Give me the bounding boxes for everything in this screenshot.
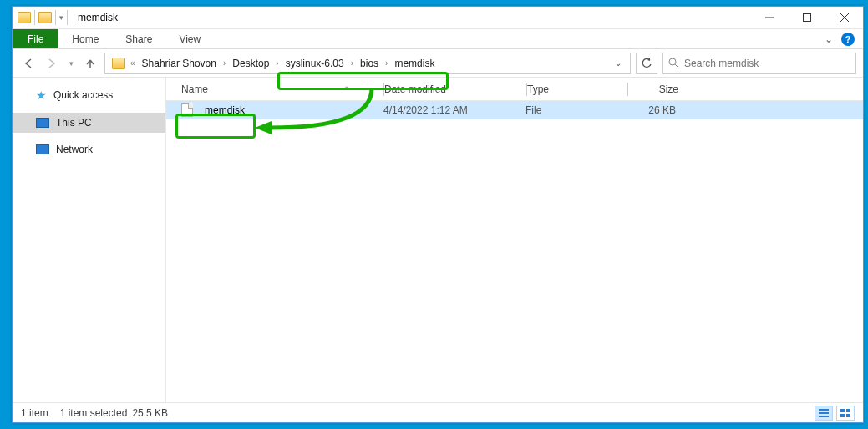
breadcrumb-label: syslinux-6.03 [286, 58, 344, 69]
sidebar-item-label: Network [56, 144, 93, 155]
svg-point-4 [669, 58, 676, 65]
file-name: memdisk [205, 104, 245, 116]
column-header-size[interactable]: Size [628, 83, 703, 95]
chevron-right-icon[interactable]: › [276, 58, 278, 68]
overflow-chevron-icon[interactable]: « [130, 58, 135, 68]
tab-view[interactable]: View [165, 29, 214, 48]
sidebar-item-this-pc[interactable]: This PC [13, 113, 165, 133]
svg-rect-8 [819, 416, 829, 417]
file-list: Name ⌃ Date modified Type Size memdisk 4… [166, 78, 863, 410]
help-button[interactable]: ? [841, 33, 855, 46]
svg-rect-6 [819, 409, 829, 411]
navigation-bar: ▾ « Shahriar Shovon › Desktop › syslinux… [13, 49, 863, 78]
tab-share[interactable]: Share [112, 29, 165, 48]
search-box[interactable] [662, 53, 856, 74]
file-date: 4/14/2022 1:12 AM [383, 104, 525, 116]
refresh-icon [641, 58, 652, 69]
breadcrumb-item[interactable]: memdisk [389, 56, 439, 71]
svg-rect-11 [840, 414, 845, 417]
breadcrumb-item[interactable]: Shahriar Shovon [137, 56, 221, 71]
ribbon-tabs: File Home Share View ⌄ ? [13, 29, 863, 49]
file-explorer-window: ▾ memdisk File Home Share View ⌄ ? [12, 6, 864, 423]
column-headers: Name ⌃ Date modified Type Size [166, 78, 863, 101]
back-button[interactable] [19, 54, 38, 73]
sidebar-item-label: This PC [56, 117, 92, 129]
search-icon [668, 58, 679, 68]
column-header-name[interactable]: Name ⌃ [166, 83, 383, 95]
status-item-count: 1 item [21, 407, 48, 419]
status-selection: 1 item selected [60, 407, 128, 419]
chevron-down-icon[interactable]: ⌄ [825, 33, 833, 45]
arrow-right-icon [46, 58, 58, 69]
status-bar: 1 item 1 item selected 25.5 KB [13, 402, 863, 422]
breadcrumb-label: bios [360, 58, 378, 69]
svg-rect-10 [846, 409, 850, 412]
address-dropdown-icon[interactable]: ⌄ [615, 58, 622, 68]
file-icon [181, 103, 193, 117]
refresh-button[interactable] [636, 53, 657, 74]
chevron-right-icon[interactable]: › [223, 58, 226, 68]
up-button[interactable] [81, 54, 99, 73]
folder-icon [18, 12, 31, 23]
status-selection-size: 25.5 KB [132, 407, 168, 419]
large-icons-view-icon [840, 409, 850, 417]
svg-rect-7 [819, 412, 829, 414]
breadcrumb-item[interactable]: bios [355, 56, 383, 71]
file-tab[interactable]: File [13, 29, 58, 48]
view-details-button[interactable] [815, 406, 833, 421]
network-icon [36, 144, 49, 154]
chevron-right-icon[interactable]: › [351, 58, 353, 68]
tab-label: View [179, 33, 201, 45]
arrow-up-icon [84, 58, 96, 69]
divider [67, 10, 68, 25]
sidebar-item-quick-access[interactable]: ★ Quick access [13, 84, 165, 106]
column-label: Date modified [384, 83, 446, 95]
breadcrumb-item[interactable]: syslinux-6.03 [281, 56, 349, 71]
close-icon [840, 13, 849, 22]
window-title: memdisk [78, 12, 118, 23]
column-header-date[interactable]: Date modified [384, 83, 526, 95]
qat-dropdown-icon[interactable]: ▾ [59, 13, 63, 22]
breadcrumb-item[interactable]: Desktop [227, 56, 274, 71]
navigation-pane: ★ Quick access This PC Network [13, 78, 166, 410]
column-header-type[interactable]: Type [527, 83, 627, 95]
column-label: Size [659, 83, 678, 95]
tab-label: Home [72, 33, 99, 45]
recent-locations-button[interactable]: ▾ [66, 54, 76, 73]
maximize-icon [803, 13, 811, 22]
tab-home[interactable]: Home [58, 29, 112, 48]
breadcrumb-label: Shahriar Shovon [142, 58, 216, 69]
search-input[interactable] [684, 58, 850, 69]
sort-indicator-icon: ⌃ [343, 85, 350, 93]
divider [55, 10, 56, 25]
svg-rect-12 [846, 414, 850, 417]
details-view-icon [819, 409, 829, 417]
tab-label: Share [125, 33, 152, 45]
forward-button[interactable] [43, 54, 61, 73]
star-icon: ★ [36, 88, 47, 102]
file-type: File [525, 104, 626, 116]
arrow-left-icon [23, 58, 34, 69]
minimize-icon [765, 13, 774, 22]
svg-rect-9 [840, 409, 845, 412]
file-size: 26 KB [626, 104, 701, 116]
folder-icon [38, 12, 52, 23]
monitor-icon [36, 118, 49, 128]
close-button[interactable] [825, 7, 863, 29]
breadcrumb-label: Desktop [232, 58, 269, 69]
window-controls [750, 7, 863, 29]
maximize-button[interactable] [788, 7, 825, 29]
chevron-right-icon[interactable]: › [385, 58, 388, 68]
address-bar[interactable]: « Shahriar Shovon › Desktop › syslinux-6… [104, 53, 631, 74]
table-row[interactable]: memdisk 4/14/2022 1:12 AM File 26 KB [166, 101, 863, 119]
column-label: Type [527, 83, 549, 95]
folder-icon [112, 58, 125, 69]
svg-line-5 [675, 64, 678, 68]
minimize-button[interactable] [750, 7, 788, 29]
divider [34, 10, 35, 25]
quick-access-toolbar: ▾ [13, 10, 73, 25]
file-tab-label: File [28, 33, 43, 45]
breadcrumb-label: memdisk [394, 58, 434, 69]
view-large-icons-button[interactable] [836, 406, 855, 421]
sidebar-item-network[interactable]: Network [13, 139, 165, 159]
